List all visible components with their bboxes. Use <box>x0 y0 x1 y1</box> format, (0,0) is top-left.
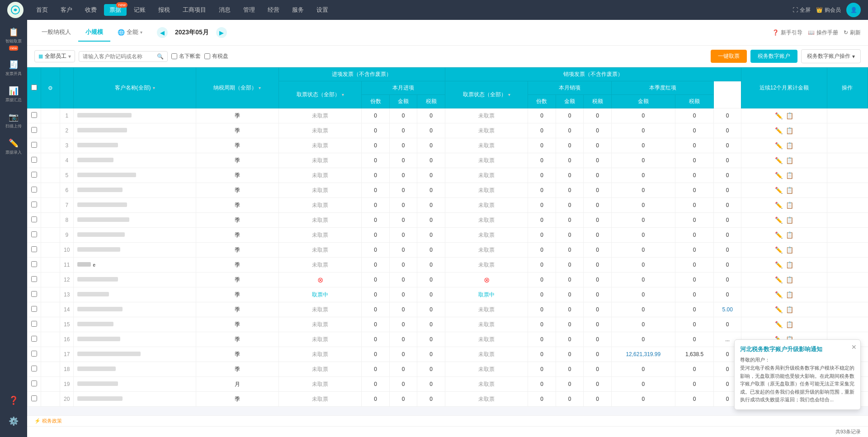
nav-billing[interactable]: 收费 <box>80 4 102 16</box>
nav-operation[interactable]: 经营 <box>262 4 285 16</box>
row-select[interactable] <box>31 142 37 148</box>
row-customer-name[interactable] <box>74 228 196 243</box>
nav-invoice[interactable]: 票据 new <box>104 4 127 16</box>
row-customer-name[interactable]: e <box>74 258 196 273</box>
row-select[interactable] <box>31 261 37 267</box>
row-copy-btn[interactable]: 📋 <box>785 320 794 329</box>
tab-all[interactable]: 🌐 全能 ▾ <box>110 23 150 42</box>
tab-general-taxpayer[interactable]: 一般纳税人 <box>34 23 78 42</box>
row-select[interactable] <box>31 202 37 207</box>
row-select[interactable] <box>31 306 37 312</box>
name-account-filter[interactable]: 名下帐套 <box>171 52 201 60</box>
row-select[interactable] <box>31 366 37 371</box>
row-edit-btn[interactable]: ✏️ <box>774 230 783 240</box>
row-edit-btn[interactable]: ✏️ <box>774 305 783 314</box>
user-avatar[interactable]: 👤 <box>846 3 861 17</box>
row-select[interactable] <box>31 276 37 282</box>
row-edit-btn[interactable]: ✏️ <box>774 275 783 284</box>
tax-plate-checkbox[interactable] <box>204 53 210 59</box>
search-input[interactable] <box>83 53 155 60</box>
row-customer-name[interactable] <box>74 213 196 228</box>
row-edit-btn[interactable]: ✏️ <box>774 260 783 269</box>
sidebar-item-scan[interactable]: 📷 扫描上传 <box>1 108 26 133</box>
digital-account-btn[interactable]: 税务数字账户 <box>750 50 797 63</box>
row-select[interactable] <box>31 187 37 193</box>
row-edit-btn[interactable]: ✏️ <box>774 245 783 254</box>
sidebar-item-smart-invoice[interactable]: 📋 智能取票 new <box>1 23 26 54</box>
row-select[interactable] <box>31 381 37 386</box>
row-edit-btn[interactable]: ✏️ <box>774 111 783 120</box>
row-edit-btn[interactable]: ✏️ <box>774 216 783 225</box>
sidebar-item-help[interactable]: ❓ <box>1 392 26 409</box>
row-edit-btn[interactable]: ✏️ <box>774 320 783 329</box>
filter-period-icon[interactable]: ▾ <box>259 85 261 90</box>
row-copy-btn[interactable]: 📋 <box>785 260 794 269</box>
nav-message[interactable]: 消息 <box>213 4 236 16</box>
nav-tax[interactable]: 报税 <box>153 4 175 16</box>
row-customer-name[interactable] <box>74 183 196 198</box>
row-customer-name[interactable] <box>74 392 196 407</box>
row-select[interactable] <box>31 321 37 327</box>
filter-output-status-icon[interactable]: ▾ <box>508 92 510 97</box>
sidebar-item-entry[interactable]: ✏️ 票据录入 <box>1 135 26 159</box>
row-select[interactable] <box>31 395 37 401</box>
search-icon[interactable]: 🔍 <box>157 53 164 60</box>
sidebar-item-open-invoice[interactable]: 🧾 发票开具 <box>1 56 26 80</box>
row-copy-btn[interactable]: 📋 <box>785 156 794 165</box>
row-select[interactable] <box>31 112 37 118</box>
row-customer-name[interactable] <box>74 168 196 183</box>
row-copy-btn[interactable]: 📋 <box>785 141 794 150</box>
nav-business[interactable]: 工商项目 <box>177 4 212 16</box>
employee-filter[interactable]: ▦ 全部员工 ▾ <box>34 50 75 62</box>
row-select[interactable] <box>31 246 37 252</box>
nav-home[interactable]: 首页 <box>31 4 53 16</box>
row-customer-name[interactable] <box>74 302 196 317</box>
next-month-btn[interactable]: ▶ <box>216 27 227 38</box>
nav-settings[interactable]: 设置 <box>311 4 334 16</box>
prev-month-btn[interactable]: ◀ <box>157 27 168 38</box>
row-edit-btn[interactable]: ✏️ <box>774 156 783 165</box>
row-edit-btn[interactable]: ✏️ <box>774 171 783 180</box>
row-select[interactable] <box>31 231 37 237</box>
row-select[interactable] <box>31 172 37 178</box>
tax-plate-filter[interactable]: 有税盘 <box>204 52 228 60</box>
row-copy-btn[interactable]: 📋 <box>785 290 794 299</box>
row-customer-name[interactable] <box>74 153 196 168</box>
row-copy-btn[interactable]: 📋 <box>785 186 794 195</box>
row-copy-btn[interactable]: 📋 <box>785 126 794 135</box>
member-btn[interactable]: 👑 购会员 <box>816 6 841 14</box>
row-customer-name[interactable] <box>74 362 196 377</box>
new-guide-link[interactable]: ❓ 新手引导 <box>772 29 802 37</box>
row-select[interactable] <box>31 291 37 297</box>
row-copy-btn[interactable]: 📋 <box>785 245 794 254</box>
row-customer-name[interactable] <box>74 287 196 302</box>
nav-client[interactable]: 客户 <box>55 4 78 16</box>
row-customer-name[interactable] <box>74 108 196 123</box>
select-all-checkbox[interactable] <box>31 85 37 90</box>
row-customer-name[interactable] <box>74 332 196 347</box>
manual-link[interactable]: 📖 操作手册 <box>808 29 838 37</box>
row-customer-name[interactable] <box>74 123 196 138</box>
nav-manage[interactable]: 管理 <box>238 4 260 16</box>
row-edit-btn[interactable]: ✏️ <box>774 290 783 299</box>
row-customer-name[interactable] <box>74 138 196 153</box>
sidebar-item-summary[interactable]: 📊 票据汇总 <box>1 82 26 107</box>
sidebar-item-settings2[interactable]: ⚙️ <box>1 413 26 430</box>
row-select[interactable] <box>31 351 37 357</box>
row-select[interactable] <box>31 157 37 163</box>
row-customer-name[interactable] <box>74 377 196 392</box>
filter-customer-icon[interactable]: ▾ <box>153 85 155 90</box>
row-customer-name[interactable] <box>74 243 196 258</box>
row-copy-btn[interactable]: 📋 <box>785 201 794 210</box>
row-customer-name[interactable] <box>74 198 196 213</box>
nav-service[interactable]: 服务 <box>287 4 309 16</box>
name-account-checkbox[interactable] <box>171 53 177 59</box>
row-copy-btn[interactable]: 📋 <box>785 111 794 120</box>
row-select[interactable] <box>31 127 37 133</box>
row-select[interactable] <box>31 216 37 222</box>
fullscreen-btn[interactable]: ⛶ 全屏 <box>793 6 811 14</box>
refresh-link[interactable]: ↻ 刷新 <box>844 29 861 37</box>
tax-policy-link[interactable]: ⚡ 税务政策 <box>27 415 868 426</box>
row-copy-btn[interactable]: 📋 <box>785 230 794 240</box>
row-copy-btn[interactable]: 📋 <box>785 171 794 180</box>
